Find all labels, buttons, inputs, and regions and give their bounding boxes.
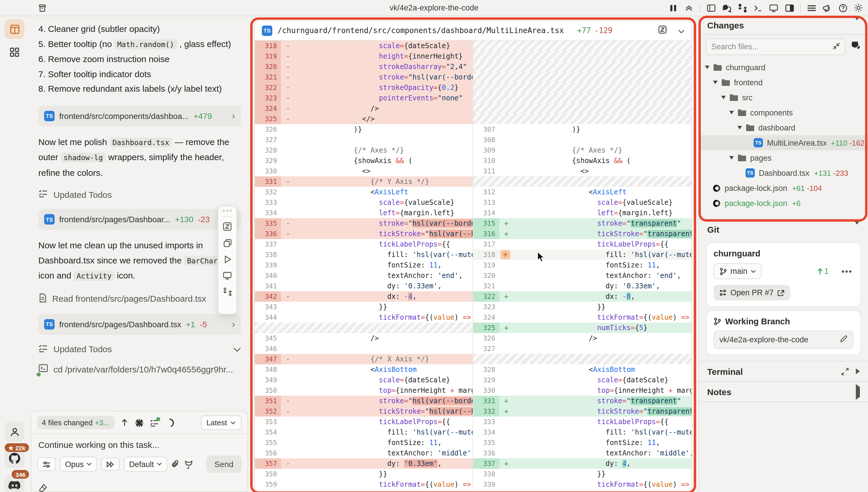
folder-icon: [737, 109, 746, 116]
line-number: 314: [473, 208, 499, 218]
discord-button[interactable]: 346: [5, 475, 24, 492]
edit-pencil-icon[interactable]: [840, 335, 848, 345]
cat-icon[interactable]: [184, 460, 193, 468]
change-marker: [499, 479, 513, 490]
line-number: 331: [473, 396, 499, 406]
tree-caret-icon[interactable]: [729, 156, 734, 159]
help-icon[interactable]: [838, 3, 848, 13]
change-marker: [281, 124, 295, 134]
account-button[interactable]: [5, 422, 24, 442]
diff-cell-old: 321- stroke="hsl(var(--border))": [255, 72, 473, 82]
mode-dropdown[interactable]: Default: [124, 457, 167, 472]
git-section-header[interactable]: Git: [699, 219, 868, 239]
diff-row: 354 fill: 'hsl(var(--muted334 fill: 'hsl…: [255, 427, 691, 438]
diff-cell-new: 314 left={margin.left}: [473, 208, 691, 218]
attach-paperclip-icon[interactable]: [171, 460, 180, 469]
file-tree-item[interactable]: pages: [699, 150, 868, 165]
tree-caret-icon[interactable]: [705, 66, 709, 69]
search-input[interactable]: Search files...: [706, 38, 845, 55]
file-tree-item[interactable]: TSMultiLineArea.tsx+110 -162: [699, 135, 868, 150]
tree-caret-icon[interactable]: [737, 126, 742, 129]
file-tree-item[interactable]: dashboard: [699, 120, 868, 135]
more-options-button[interactable]: •••: [841, 266, 852, 276]
changes-section-header[interactable]: Changes: [699, 16, 868, 34]
diff-body[interactable]: 318- scale={dateScale}319- height={inner…: [255, 41, 691, 491]
open-pr-button[interactable]: Open PR #7: [713, 285, 791, 300]
terminal-section-header[interactable]: Terminal: [699, 362, 868, 381]
diff-view-icon[interactable]: [222, 221, 232, 233]
file-tree-item[interactable]: churnguard: [699, 60, 868, 75]
model-dropdown[interactable]: Opus: [60, 457, 97, 472]
diff-cell-old: 320- strokeDasharray="2,4": [255, 62, 473, 72]
branch-dropdown[interactable]: main: [713, 264, 762, 279]
collapse-tree-icon[interactable]: [832, 42, 840, 51]
line-number: 323: [473, 302, 499, 312]
monitor-icon[interactable]: [222, 271, 232, 282]
tree-caret-icon[interactable]: [729, 111, 734, 114]
tool-call-todos[interactable]: Updated Todos: [38, 189, 241, 200]
line-number: 328: [255, 145, 281, 155]
panel-left-icon[interactable]: [706, 3, 716, 13]
menu-icon[interactable]: [806, 3, 816, 13]
collapse-file-chevron[interactable]: [678, 25, 684, 36]
collapse-up-icon[interactable]: [684, 3, 694, 13]
change-marker: +: [499, 406, 513, 417]
file-change-chip[interactable]: TSfrontend/src/pages/Dashboard.tsx+1-5›: [38, 314, 241, 335]
settings-sliders-button[interactable]: [37, 457, 56, 471]
megaphone-icon[interactable]: [822, 3, 832, 13]
chat-bubbles-icon[interactable]: [722, 3, 731, 13]
diff-cell-new: 334 fill: 'hsl(var(--muted: [473, 427, 691, 438]
monitor-icon[interactable]: [769, 3, 779, 13]
settings-gear-icon[interactable]: [853, 3, 863, 13]
add-comment-button[interactable]: +: [500, 250, 510, 259]
diff-cell-new: 335 fontSize: 11,: [473, 438, 691, 448]
git-compare-icon[interactable]: [222, 287, 232, 298]
diff-file-path[interactable]: /churnguard/frontend/src/components/dash…: [278, 26, 564, 35]
code-line: tickStroke="hsl(var(--border: [295, 228, 473, 239]
line-number: 354: [255, 427, 281, 438]
tool-call-todos[interactable]: Updated Todos: [38, 344, 241, 354]
file-tree-item[interactable]: frontend: [699, 75, 868, 90]
cat-watch-icon[interactable]: [850, 41, 861, 53]
github-button[interactable]: ★ 22k: [5, 448, 24, 468]
fast-forward-button[interactable]: [101, 458, 120, 470]
tool-call-read[interactable]: Read frontend/src/pages/Dashboard.tsx: [38, 293, 241, 304]
line-number: 350: [255, 385, 281, 396]
tree-caret-icon[interactable]: [713, 81, 718, 84]
workspace-tab-active[interactable]: [5, 19, 24, 39]
terminal-icon[interactable]: [753, 3, 763, 13]
message-input[interactable]: Continue working on this task...: [31, 434, 247, 453]
file-tree-item[interactable]: TSDashboard.tsx+131 -233: [699, 165, 868, 180]
line-number: 320: [473, 270, 499, 281]
scroll-up-icon[interactable]: [120, 418, 129, 427]
grid-view-tab[interactable]: [5, 42, 24, 62]
file-tree-item[interactable]: package-lock.json+61 -104: [699, 180, 868, 196]
files-changed-chip[interactable]: 4 files changed +3...: [37, 416, 114, 429]
working-branch-input[interactable]: vk/4e2a-explore-the-code: [713, 331, 853, 349]
chat-transcript[interactable]: 4. Cleaner grid (subtler opacity)5. Bett…: [29, 16, 250, 412]
eraser-icon[interactable]: [38, 483, 48, 492]
file-tree-item[interactable]: package-lock.json+6: [699, 196, 868, 211]
send-button[interactable]: Send: [206, 456, 241, 473]
copy-icon[interactable]: [222, 238, 232, 250]
file-tree-item[interactable]: src: [699, 90, 868, 105]
git-compare-icon[interactable]: [737, 3, 747, 13]
file-name: components: [750, 108, 793, 117]
todo-list-icon[interactable]: [150, 419, 159, 427]
file-change-chip[interactable]: TSfrontend/src/components/dashboa...+479…: [38, 105, 241, 126]
latest-dropdown[interactable]: Latest: [201, 415, 241, 430]
tree-caret-icon[interactable]: [721, 96, 726, 99]
file-tree-item[interactable]: components: [699, 105, 868, 120]
line-number: 331: [255, 176, 281, 187]
play-icon[interactable]: [222, 254, 232, 266]
diff-row: 344 tickFormat={(value) => f324 tickForm…: [255, 312, 691, 323]
notes-section-header[interactable]: Notes: [699, 382, 868, 401]
file-change-chip[interactable]: TSfrontend/src/pages/Dashboar...+130-23: [38, 209, 241, 230]
drag-handle[interactable]: [223, 210, 232, 212]
archive-box-icon[interactable]: [37, 3, 47, 13]
panel-right-icon[interactable]: [784, 3, 794, 13]
tool-call-terminal[interactable]: cd /private/var/folders/10/h7w0q46556ggr…: [38, 364, 241, 374]
pause-icon[interactable]: [668, 3, 678, 13]
starburst-icon[interactable]: [135, 418, 144, 427]
diff-mode-icon[interactable]: [658, 25, 667, 36]
